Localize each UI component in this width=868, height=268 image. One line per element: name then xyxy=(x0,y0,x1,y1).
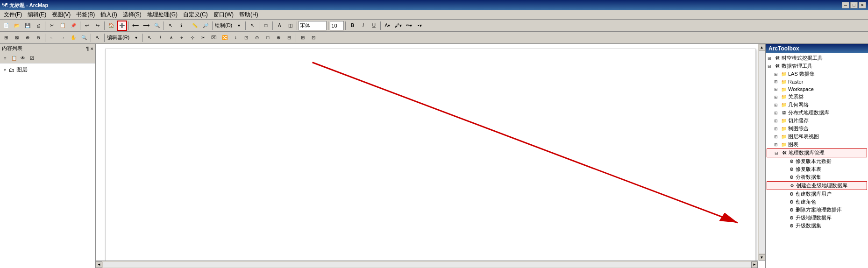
menu-view[interactable]: 视图(V) xyxy=(49,10,73,20)
scroll-right-btn[interactable]: ► xyxy=(751,261,758,268)
full-extent-btn[interactable]: ⊞ xyxy=(1,33,11,43)
extent-btn2[interactable]: ⊠ xyxy=(12,33,22,43)
minimize-button[interactable]: ─ xyxy=(842,2,849,8)
bold-btn[interactable]: B xyxy=(347,21,357,31)
tree-item-delete-schemageodb[interactable]: ⚙ 删除方案地理数据库 xyxy=(767,206,867,214)
edit-tool13[interactable]: ⊕ xyxy=(273,33,284,43)
list-by-drawing-btn[interactable]: ≡ xyxy=(1,54,9,63)
cut-btn[interactable]: ✂ xyxy=(47,21,57,31)
tree-item-chart[interactable]: ⊞ 📁 图表 xyxy=(767,141,867,148)
pointer-btn[interactable]: ↖ xyxy=(247,21,257,31)
edit-tool9[interactable]: ↕ xyxy=(230,33,241,43)
tree-item-distributed[interactable]: ⊞ 🖥 分布式地理数据库 xyxy=(767,109,867,117)
tree-item-fix-meta[interactable]: ⚙ 修复版本元数据 xyxy=(767,157,867,165)
map-area[interactable]: ▲ ▼ ◄ ► xyxy=(96,44,765,268)
tree-item-layerview[interactable]: ⊞ 📁 图层和表视图 xyxy=(767,133,867,141)
scroll-up-btn[interactable]: ▲ xyxy=(759,44,765,50)
new-btn[interactable]: 📄 xyxy=(1,21,11,31)
underline-btn[interactable]: U xyxy=(369,21,379,31)
tree-item-tilecache[interactable]: ⊞ 📁 切片缓存 xyxy=(767,117,867,125)
edit-tool6[interactable]: ✂ xyxy=(198,33,208,43)
menu-select[interactable]: 选择(S) xyxy=(120,10,144,20)
paste-btn[interactable]: 📌 xyxy=(68,21,78,31)
edit-tool14[interactable]: ⊟ xyxy=(284,33,294,43)
edit-tool16[interactable]: ⊡ xyxy=(308,33,319,43)
edit-tool1[interactable]: ↖ xyxy=(144,33,155,43)
font-size-input[interactable] xyxy=(330,21,344,30)
find-btn[interactable]: 🔎 xyxy=(200,21,211,31)
draw-btn1[interactable]: □ xyxy=(261,21,271,31)
next-extent-btn[interactable]: → xyxy=(57,33,68,43)
edit-tool4[interactable]: ⌖ xyxy=(177,33,187,43)
edit-tool7[interactable]: ⌧ xyxy=(209,33,219,43)
menu-window[interactable]: 窗口(W) xyxy=(211,10,236,20)
copy-btn[interactable]: 📋 xyxy=(57,21,68,31)
list-by-source-btn[interactable]: 📋 xyxy=(10,54,18,63)
zoom-rect-btn[interactable]: 🔍 xyxy=(79,33,89,43)
tree-item-las[interactable]: ⊞ 📁 LAS 数据集 xyxy=(767,70,867,78)
nav-btn3[interactable]: 🔍 xyxy=(152,21,162,31)
scroll-left-btn[interactable]: ◄ xyxy=(96,261,102,268)
maximize-button[interactable]: □ xyxy=(850,2,858,8)
save-btn[interactable]: 💾 xyxy=(22,21,33,31)
line-color-btn[interactable]: ✏▾ xyxy=(404,21,414,31)
edit-tool11[interactable]: ⊙ xyxy=(252,33,262,43)
tree-item-fix-table[interactable]: ⚙ 修复版本表 xyxy=(767,165,867,173)
add-data-btn[interactable]: ➕ xyxy=(117,21,127,31)
tree-item-workspace[interactable]: ⊞ 📁 Workspace xyxy=(767,85,867,93)
text-btn[interactable]: A xyxy=(274,21,285,31)
tree-item-datamanage[interactable]: ⊟ 🛠 数据管理工具 xyxy=(767,62,867,70)
tree-item-geodbmanage[interactable]: ⊟ 🛠 地理数据库管理 xyxy=(767,148,867,157)
edit-tool15[interactable]: ⊞ xyxy=(298,33,308,43)
tree-item-relationship[interactable]: ⊞ 📁 关系类 xyxy=(767,93,867,101)
menu-geoprocessing[interactable]: 地理处理(G) xyxy=(144,10,180,20)
highlight-btn[interactable]: 🖍▾ xyxy=(393,21,403,31)
editor-dropdown[interactable]: ▾ xyxy=(131,33,141,43)
close-button[interactable]: ✕ xyxy=(859,2,866,8)
edit-tool3[interactable]: ∧ xyxy=(166,33,176,43)
open-btn[interactable]: 📂 xyxy=(12,21,22,31)
redo-btn[interactable]: ↪ xyxy=(92,21,103,31)
edit-tool10[interactable]: ⊡ xyxy=(241,33,251,43)
list-by-visibility-btn[interactable]: 👁 xyxy=(19,54,27,63)
menu-file[interactable]: 文件(F) xyxy=(1,10,25,20)
menu-edit[interactable]: 编辑(E) xyxy=(25,10,49,20)
edit-tool2[interactable]: / xyxy=(155,33,165,43)
panel-dock-btn[interactable]: ¶ × xyxy=(86,46,93,51)
zoom-out-btn[interactable]: ⊖ xyxy=(33,33,43,43)
font-color-btn[interactable]: A▾ xyxy=(382,21,392,31)
menu-customize[interactable]: 自定义(C) xyxy=(180,10,211,20)
h-scrollbar[interactable]: ◄ ► xyxy=(96,261,758,268)
identify-btn[interactable]: ℹ xyxy=(176,21,186,31)
select-btn[interactable]: ↖ xyxy=(165,21,176,31)
zoom-in-btn[interactable]: ⊕ xyxy=(22,33,33,43)
scroll-down-btn[interactable]: ▼ xyxy=(759,254,765,261)
edit-tool12[interactable]: □ xyxy=(263,33,273,43)
edit-tool5[interactable]: ⊹ xyxy=(187,33,198,43)
undo-btn[interactable]: ↩ xyxy=(82,21,92,31)
menu-bookmark[interactable]: 书签(B) xyxy=(73,10,98,20)
nav-btn2[interactable]: ⟶ xyxy=(141,21,151,31)
tree-item-cartography[interactable]: ⊞ 📁 制图综合 xyxy=(767,125,867,133)
callout-btn[interactable]: ◫ xyxy=(285,21,295,31)
menu-help[interactable]: 帮助(H) xyxy=(236,10,261,20)
select-arrow-btn[interactable]: ↖ xyxy=(92,33,103,43)
nav-btn1[interactable]: ⟵ xyxy=(130,21,141,31)
tree-item-geonetwork[interactable]: ⊞ 📁 几何网络 xyxy=(767,101,867,109)
v-scrollbar[interactable]: ▲ ▼ xyxy=(758,44,765,261)
print-btn[interactable]: 🖨 xyxy=(33,21,43,31)
layer-group-item[interactable]: ▼ 🗂 图层 xyxy=(2,65,93,74)
list-by-selection-btn[interactable]: ☑ xyxy=(28,54,36,63)
tree-item-create-role[interactable]: ⚙ 创建角色 xyxy=(767,198,867,206)
prev-extent-btn[interactable]: ← xyxy=(47,33,57,43)
tree-item-create-entgeodb[interactable]: ⚙ 创建企业级地理数据库 xyxy=(767,181,867,190)
tree-item-timespace[interactable]: ⊞ 🛠 时空模式挖掘工具 xyxy=(767,54,867,62)
edit-tool8[interactable]: 🔀 xyxy=(220,33,230,43)
tree-item-raster[interactable]: ⊞ 📁 Raster xyxy=(767,78,867,85)
tree-item-create-dbuser[interactable]: ⚙ 创建数据库用户 xyxy=(767,190,867,198)
menu-insert[interactable]: 插入(I) xyxy=(98,10,120,20)
arcmap-home-btn[interactable]: 🏠 xyxy=(106,21,116,31)
tree-item-analyze-dataset[interactable]: ⚙ 分析数据集 xyxy=(767,173,867,181)
italic-btn[interactable]: I xyxy=(358,21,368,31)
draw-dropdown[interactable]: ▾ xyxy=(234,21,244,31)
